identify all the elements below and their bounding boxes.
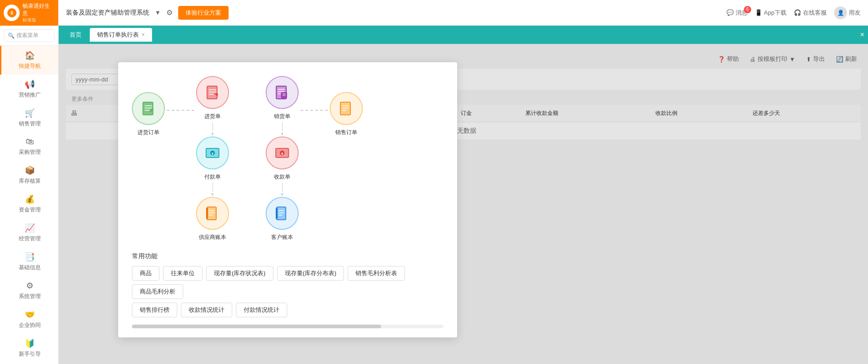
tab-home[interactable]: 首页	[62, 28, 89, 42]
download-icon: 📱	[755, 9, 762, 16]
arrow-purchase-to-payment: ▼	[210, 122, 215, 136]
message-icon: 💬	[726, 9, 734, 16]
common-buttons-row1: 商品 往来单位 现存量(库存状况表) 现存量(库存分布表) 销售毛利分析表 商品…	[132, 266, 443, 299]
purchase-order-circle	[132, 92, 165, 125]
sidebar-item-finance[interactable]: 💰 资金管理	[0, 190, 58, 218]
sidebar-item-basic-info[interactable]: 📑 基础信息	[0, 247, 58, 276]
arrow-sales-order-to-slip	[300, 110, 328, 124]
svg-rect-33	[276, 208, 278, 219]
arrow-receipt-to-customer: ▼	[280, 183, 284, 197]
message-badge: 6	[744, 6, 751, 13]
sales-order-circle	[330, 92, 363, 125]
purchase-icon: 🛍	[26, 137, 34, 147]
sidebar-logo: 6 畅康通好生意 标准版	[0, 0, 58, 26]
tab-bar-close-icon[interactable]: ×	[860, 31, 864, 39]
system-title: 装备及固定资产辅助管理系统	[66, 9, 149, 17]
svg-rect-27	[207, 207, 216, 220]
customer-ledger-label: 客户账本	[271, 234, 293, 241]
tab-close-icon[interactable]: ×	[142, 32, 145, 38]
tab-sales-order-execution[interactable]: 销售订单执行表 ×	[90, 28, 152, 42]
finance-icon: 💰	[25, 194, 35, 204]
btn-stock-status[interactable]: 现存量(库存状况表)	[206, 266, 273, 281]
popup-scrollbar[interactable]	[132, 325, 443, 328]
col-sales-order: 销售订单	[330, 92, 363, 136]
btn-payment-stats[interactable]: 付款情况统计	[236, 303, 287, 317]
svg-text:¥: ¥	[281, 152, 284, 156]
workflow-row2: ¥ 付款单 ▼	[132, 136, 443, 197]
node-purchase-order[interactable]: 进货订单	[132, 92, 165, 136]
sidebar-item-system[interactable]: ⚙ 系统管理	[0, 276, 58, 305]
purchase-order-label: 进货订单	[137, 129, 159, 136]
sidebar-search[interactable]: 🔍 搜索菜单	[0, 26, 58, 46]
sidebar-nav: 🏠 快捷导航 📢 营销推广 🛒 销售管理 🛍 采购管理 📦 库存核算 💰	[0, 46, 58, 364]
search-menu-button[interactable]: 🔍 搜索菜单	[4, 29, 55, 42]
btn-product-profit-analysis[interactable]: 商品毛利分析	[132, 284, 183, 299]
btn-stock-distribution[interactable]: 现存量(库存分布表)	[277, 266, 344, 281]
logo-text: 畅康通好生意 标准版	[22, 3, 55, 23]
sales-slip-circle	[266, 76, 299, 109]
sales-slip-label: 销货单	[274, 113, 290, 120]
sidebar: 6 畅康通好生意 标准版 🔍 搜索菜单 🏠 快捷导航 📢 营销推广 �	[0, 0, 59, 364]
svg-text:¥: ¥	[212, 152, 214, 156]
btn-product[interactable]: 商品	[132, 266, 159, 281]
user-menu[interactable]: 👤 用友	[834, 6, 861, 19]
sidebar-item-guide[interactable]: 🔰 新手引导	[0, 334, 58, 363]
btn-receipt-stats[interactable]: 收款情况统计	[181, 303, 232, 317]
workflow-diagram: 进货订单	[132, 76, 443, 241]
app-container: 6 畅康通好生意 标准版 🔍 搜索菜单 🏠 快捷导航 📢 营销推广 �	[0, 0, 868, 364]
node-sales-slip[interactable]: 销货单	[266, 76, 299, 120]
supplier-ledger-circle	[196, 197, 229, 230]
system-dropdown[interactable]: ▼	[155, 9, 161, 16]
sidebar-item-home[interactable]: 🏠 快捷导航	[0, 46, 58, 75]
common-functions-section: 常用功能 商品 往来单位 现存量(库存状况表) 现存量(库存分布表) 销售毛利分…	[132, 252, 443, 317]
gear-button[interactable]: ⚙	[166, 8, 173, 17]
btn-sales-profit-analysis[interactable]: 销售毛利分析表	[348, 266, 405, 281]
sidebar-item-inventory[interactable]: 📦 库存核算	[0, 161, 58, 190]
app-download-button[interactable]: 📱 App下载	[755, 9, 786, 17]
node-purchase-slip[interactable]: 进货单	[196, 76, 229, 120]
receipt-slip-circle: ¥	[266, 136, 299, 169]
online-service-button[interactable]: 🎧 在线客服	[794, 9, 827, 17]
sidebar-item-purchase[interactable]: 🛍 采购管理	[0, 132, 58, 161]
svg-rect-32	[277, 207, 286, 220]
sidebar-item-operations[interactable]: 📈 经营管理	[0, 218, 58, 247]
sidebar-item-marketing[interactable]: 📢 营销推广	[0, 75, 58, 103]
popup-scrollbar-thumb	[132, 325, 381, 328]
sales-order-label: 销售订单	[335, 129, 357, 136]
payment-slip-circle: ¥	[196, 136, 229, 169]
search-icon: 🔍	[8, 33, 15, 39]
svg-rect-2	[143, 102, 153, 115]
basic-info-icon: 📑	[25, 252, 35, 262]
sales-icon: 🛒	[25, 108, 35, 118]
svg-text:6: 6	[11, 11, 13, 16]
purchase-slip-label: 进货单	[204, 113, 221, 120]
receipt-slip-label: 收款单	[274, 173, 290, 181]
node-supplier-ledger[interactable]: 供应商账本	[196, 197, 229, 241]
supplier-ledger-label: 供应商账本	[199, 234, 226, 241]
arrow-payment-to-supplier: ▼	[210, 183, 215, 197]
popup: 进货订单	[118, 62, 457, 337]
message-button[interactable]: 💬 消息 6	[726, 9, 748, 17]
node-sales-order[interactable]: 销售订单	[330, 92, 363, 136]
common-buttons-row2: 销售排行榜 收款情况统计 付款情况统计	[132, 303, 443, 317]
arrow-sales-to-receipt: ▼	[280, 122, 284, 136]
btn-sales-ranking[interactable]: 销售排行榜	[132, 303, 177, 317]
node-customer-ledger[interactable]: 客户账本	[266, 197, 299, 241]
cooperation-icon: 🤝	[25, 310, 35, 320]
top-header: 装备及固定资产辅助管理系统 ▼ ⚙ 体验行业方案 💬 消息 6 📱 App下载 …	[59, 0, 868, 26]
try-industry-button[interactable]: 体验行业方案	[178, 6, 229, 20]
node-receipt-slip[interactable]: ¥ 收款单	[266, 136, 299, 181]
sidebar-item-sales[interactable]: 🛒 销售管理	[0, 103, 58, 132]
col-sales-slip: 销货单 ▼	[266, 76, 299, 136]
dropdown-arrow-icon: ▼	[155, 9, 161, 16]
btn-partners[interactable]: 往来单位	[163, 266, 202, 281]
system-icon: ⚙	[26, 281, 33, 291]
svg-rect-6	[207, 86, 217, 99]
node-payment-slip[interactable]: ¥ 付款单	[196, 136, 229, 181]
inventory-icon: 📦	[25, 165, 35, 175]
customer-ledger-circle	[266, 197, 299, 230]
sidebar-item-cooperation[interactable]: 🤝 企业协同	[0, 305, 58, 334]
operations-icon: 📈	[25, 223, 35, 233]
arrow-purchase-order-to-slip	[167, 110, 194, 124]
header-actions: 💬 消息 6 📱 App下载 🎧 在线客服 👤 用友	[726, 6, 861, 19]
